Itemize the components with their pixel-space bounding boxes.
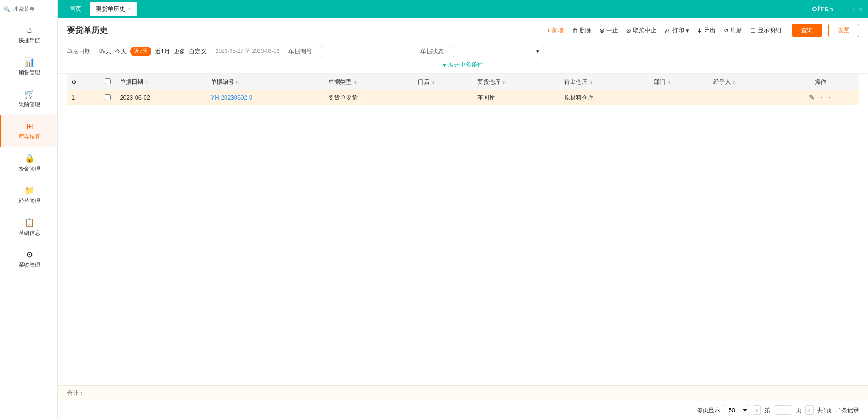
pagination: 每页显示 20 50 100 ‹ 第 页 › 共1页，1条记录 [58, 401, 868, 419]
date-btn-1month[interactable]: 近1月 [155, 48, 170, 56]
status-select[interactable]: ▾ [453, 46, 543, 57]
maximize-btn[interactable]: □ [850, 6, 854, 13]
cancel-stop-icon: ⊗ [626, 27, 631, 34]
date-btn-yesterday[interactable]: 昨天 [99, 48, 111, 56]
sidebar-item-label: 销售管理 [19, 69, 40, 76]
expand-icon: ▾ [443, 62, 446, 68]
col-settings-icon[interactable]: ⚙ [71, 79, 77, 86]
row-store [413, 90, 473, 105]
sidebar-item-basic[interactable]: 📋 基础信息 [0, 211, 57, 243]
sidebar-item-finance[interactable]: 🔒 资金管理 [0, 147, 57, 179]
date-range-text: 2023-05-27 至 2023-06-02 [216, 48, 279, 54]
row-select-checkbox[interactable] [105, 94, 111, 100]
table-row: 1 2023-06-02 YH-20230602-0 要货单要货 车间库 原材料… [67, 90, 859, 105]
sidebar-item-system[interactable]: ⚙ 系统管理 [0, 243, 57, 276]
expand-label: 展开更多条件 [448, 61, 483, 69]
query-button[interactable]: 查询 [792, 24, 822, 37]
col-header-dept[interactable]: 部门 [649, 74, 709, 90]
expand-btn[interactable]: ▾ 展开更多条件 [443, 61, 483, 69]
print-button[interactable]: 🖨 打印 ▾ [664, 24, 690, 36]
col-header-pending-warehouse[interactable]: 待出仓库 [560, 74, 649, 90]
close-btn[interactable]: × [859, 6, 863, 13]
topbar: 首页 要货单历史 × OfTEn — □ × [58, 0, 868, 18]
next-page-btn[interactable]: › [805, 405, 813, 415]
sidebar: 🔍 搜索菜单 ⌂ 快捷导航 📊 销售管理 🛒 采购管理 ⊞ 库存核算 🔒 资金管… [0, 0, 58, 419]
sidebar-item-label: 采购管理 [19, 101, 40, 109]
col-header-doc-type[interactable]: 单据类型 [324, 74, 413, 90]
tab-active[interactable]: 要货单历史 × [90, 2, 137, 16]
col-header-doc-no[interactable]: 单据编号 [206, 74, 324, 90]
page-prefix: 第 [764, 406, 770, 414]
sidebar-item-label: 库存核算 [19, 133, 40, 141]
page-num-input[interactable] [774, 405, 792, 415]
tab-home[interactable]: 首页 [63, 2, 88, 16]
doc-no-input[interactable] [321, 46, 411, 57]
row-dept [649, 90, 709, 105]
date-filter-label: 单据日期 [67, 48, 90, 56]
export-button[interactable]: ⬇ 导出 [696, 24, 717, 36]
stop-button[interactable]: ⊗ 中止 [599, 24, 619, 36]
cancel-stop-button[interactable]: ⊗ 取消中止 [625, 24, 657, 36]
more-icon[interactable]: ⋮⋮ [818, 93, 833, 102]
finance-icon: 🔒 [24, 153, 34, 163]
filter-row-1: 单据日期 昨天 今天 近7天 近1月 更多 自定义 2023-05-27 至 2… [67, 46, 859, 57]
sidebar-search[interactable]: 🔍 搜索菜单 [0, 0, 57, 19]
date-btn-today[interactable]: 今天 [115, 48, 127, 56]
row-pending-warehouse: 原材料仓库 [560, 90, 649, 105]
delete-button[interactable]: 🗑 删除 [571, 24, 592, 36]
refresh-label: 刷新 [731, 26, 742, 34]
page-size-select[interactable]: 20 50 100 [724, 405, 749, 415]
new-button[interactable]: + 新增 [546, 24, 565, 36]
inventory-icon: ⊞ [26, 121, 33, 131]
table-header: ⚙ 单据日期 单据编号 单据类型 门店 要货仓库 待出仓库 部门 经手人 操 [67, 74, 859, 90]
purchase-icon: 🛒 [24, 89, 34, 99]
col-header-req-warehouse[interactable]: 要货仓库 [473, 74, 560, 90]
page-size-label: 每页显示 [697, 406, 720, 414]
row-no: 1 [67, 90, 100, 105]
doc-no-link[interactable]: YH-20230602-0 [211, 94, 252, 101]
sidebar-item-operations[interactable]: 📁 经营管理 [0, 179, 57, 211]
row-doc-no: YH-20230602-0 [206, 90, 324, 105]
refresh-button[interactable]: ↺ 刷新 [723, 24, 743, 36]
print-icon: 🖨 [665, 27, 670, 34]
brand-label: OfTEn [812, 5, 834, 13]
edit-icon[interactable]: ✎ [809, 93, 815, 102]
date-range: 2023-05-27 至 2023-06-02 [216, 48, 279, 55]
settings-button[interactable]: 设置 [828, 24, 859, 37]
dropdown-icon: ▾ [536, 48, 539, 55]
page-header: 要货单历史 + 新增 🗑 删除 ⊗ 中止 ⊗ 取消中止 🖨 打印 [58, 18, 868, 41]
date-btn-custom[interactable]: 自定义 [189, 48, 207, 56]
checkbox-icon: ☐ [750, 27, 756, 34]
prev-page-btn[interactable]: ‹ [753, 405, 761, 415]
total-info: 共1页，1条记录 [817, 406, 859, 414]
operations-icon: 📁 [24, 186, 34, 195]
tab-close-icon[interactable]: × [128, 6, 131, 12]
checkbox-col-header [100, 74, 115, 90]
page-title: 要货单历史 [67, 25, 108, 36]
doc-no-label: 单据编号 [288, 48, 312, 56]
total-label: 合计： [67, 389, 85, 397]
sidebar-item-quick-nav[interactable]: ⌂ 快捷导航 [0, 19, 57, 51]
sidebar-item-sales[interactable]: 📊 销售管理 [0, 51, 57, 83]
display-detail-button[interactable]: ☐ 显示明细 [750, 24, 782, 36]
col-header-doc-date[interactable]: 单据日期 [115, 74, 206, 90]
delete-label: 删除 [580, 26, 591, 34]
refresh-icon: ↺ [724, 27, 729, 34]
col-header-store[interactable]: 门店 [413, 74, 473, 90]
row-doc-date: 2023-06-02 [115, 90, 206, 105]
row-checkbox [100, 90, 115, 105]
sidebar-item-inventory[interactable]: ⊞ 库存核算 [0, 115, 57, 147]
filter-row-expand: ▾ 展开更多条件 [67, 61, 859, 69]
minimize-btn[interactable]: — [839, 6, 845, 13]
stop-icon: ⊗ [599, 27, 604, 34]
toolbar: + 新增 🗑 删除 ⊗ 中止 ⊗ 取消中止 🖨 打印 ▾ [546, 24, 859, 37]
row-op: ✎ ⋮⋮ [782, 90, 859, 105]
content-area: 要货单历史 + 新增 🗑 删除 ⊗ 中止 ⊗ 取消中止 🖨 打印 [58, 18, 868, 419]
date-btn-more[interactable]: 更多 [174, 48, 185, 56]
col-header-handler[interactable]: 经手人 [709, 74, 782, 90]
select-all-checkbox[interactable] [105, 78, 111, 84]
sidebar-item-purchase[interactable]: 🛒 采购管理 [0, 83, 57, 115]
active-tab-label: 要货单历史 [96, 5, 125, 13]
sales-icon: 📊 [24, 57, 34, 67]
date-btn-7days[interactable]: 近7天 [130, 47, 151, 56]
